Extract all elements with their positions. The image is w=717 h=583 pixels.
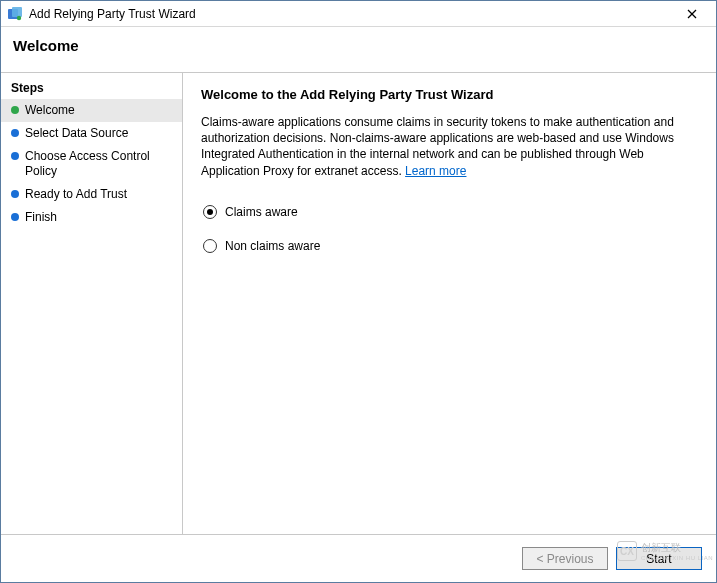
radio-icon bbox=[203, 239, 217, 253]
window-title: Add Relying Party Trust Wizard bbox=[29, 7, 674, 21]
step-label: Welcome bbox=[25, 103, 172, 118]
app-icon bbox=[7, 6, 23, 22]
steps-sidebar: Steps Welcome Select Data Source Choose … bbox=[1, 73, 183, 534]
svg-point-2 bbox=[17, 15, 21, 19]
step-select-data-source[interactable]: Select Data Source bbox=[1, 122, 182, 145]
main-title: Welcome to the Add Relying Party Trust W… bbox=[201, 87, 698, 102]
bullet-icon bbox=[11, 190, 19, 198]
bullet-icon bbox=[11, 152, 19, 160]
step-label: Select Data Source bbox=[25, 126, 172, 141]
step-welcome[interactable]: Welcome bbox=[1, 99, 182, 122]
bullet-icon bbox=[11, 213, 19, 221]
wizard-body: Steps Welcome Select Data Source Choose … bbox=[1, 73, 716, 534]
radio-non-claims-aware[interactable]: Non claims aware bbox=[203, 239, 698, 253]
previous-button: < Previous bbox=[522, 547, 608, 570]
svg-rect-1 bbox=[12, 7, 22, 17]
radio-label: Non claims aware bbox=[225, 239, 320, 253]
radio-label: Claims aware bbox=[225, 205, 298, 219]
close-button[interactable] bbox=[674, 2, 710, 26]
titlebar: Add Relying Party Trust Wizard bbox=[1, 1, 716, 27]
steps-title: Steps bbox=[1, 77, 182, 99]
start-button[interactable]: Start bbox=[616, 547, 702, 570]
footer: < Previous Start bbox=[1, 534, 716, 582]
radio-claims-aware[interactable]: Claims aware bbox=[203, 205, 698, 219]
page-title: Welcome bbox=[13, 37, 704, 54]
main-panel: Welcome to the Add Relying Party Trust W… bbox=[183, 73, 716, 534]
wizard-window: Add Relying Party Trust Wizard Welcome S… bbox=[0, 0, 717, 583]
page-header: Welcome bbox=[1, 27, 716, 73]
bullet-icon bbox=[11, 106, 19, 114]
step-label: Ready to Add Trust bbox=[25, 187, 172, 202]
step-choose-access-control-policy[interactable]: Choose Access Control Policy bbox=[1, 145, 182, 183]
radio-icon bbox=[203, 205, 217, 219]
main-description: Claims-aware applications consume claims… bbox=[201, 114, 698, 179]
step-ready-to-add-trust[interactable]: Ready to Add Trust bbox=[1, 183, 182, 206]
step-label: Choose Access Control Policy bbox=[25, 149, 172, 179]
step-label: Finish bbox=[25, 210, 172, 225]
learn-more-link[interactable]: Learn more bbox=[405, 164, 466, 178]
bullet-icon bbox=[11, 129, 19, 137]
step-finish[interactable]: Finish bbox=[1, 206, 182, 229]
